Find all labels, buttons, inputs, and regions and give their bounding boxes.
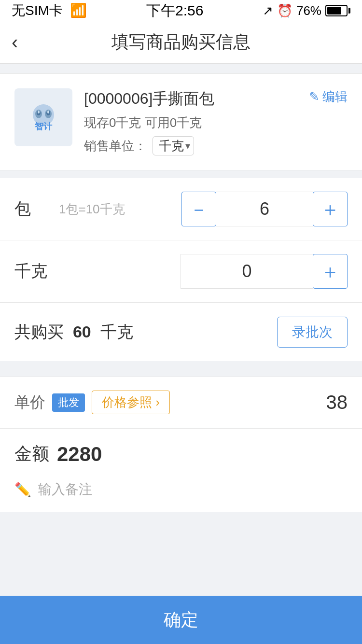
price-label-text: 单价	[14, 392, 45, 413]
amount-section: 金额 2280 ✏️ 输入备注	[0, 429, 362, 512]
total-prefix: 共购买	[14, 322, 64, 341]
bao-increment-button[interactable]: ＋	[313, 192, 348, 226]
price-section: 单价 批发 价格参照 › 38	[0, 377, 362, 429]
total-text: 共购买 60 千克	[14, 321, 133, 343]
status-right: ↗ ⏰ 76%	[263, 3, 350, 18]
product-stock: 现存0千克 可用0千克	[84, 114, 348, 131]
battery-percent: 76%	[296, 3, 321, 18]
kilogram-qty-input[interactable]	[181, 254, 313, 289]
price-badge: 批发	[52, 393, 85, 412]
product-logo-icon: 智计	[27, 100, 60, 134]
price-row: 单价 批发 价格参照 › 38	[14, 391, 348, 428]
product-card: 智计 [0000006]手撕面包 ✎ 编辑 现存0千克 可用0千克 销售单位： …	[0, 73, 362, 170]
total-amount: 60	[73, 322, 91, 341]
amount-row: 金额 2280	[14, 442, 348, 466]
edit-icon: ✎	[309, 89, 320, 104]
product-image: 智计	[14, 88, 72, 146]
kilogram-qty-control: ＋	[181, 254, 348, 289]
edit-button[interactable]: ✎ 编辑	[309, 88, 348, 105]
separator-2	[0, 361, 362, 369]
battery-icon	[325, 5, 350, 16]
product-name: [0000006]手撕面包	[84, 88, 214, 110]
confirm-text: 确定	[164, 608, 198, 632]
note-placeholder: 输入备注	[38, 480, 92, 499]
bao-decrement-button[interactable]: －	[181, 192, 216, 226]
back-button[interactable]: ‹	[12, 31, 18, 53]
nav-bar: ‹ 填写商品购买信息	[0, 21, 362, 64]
unit-label: 销售单位：	[84, 138, 147, 154]
note-icon: ✏️	[14, 482, 31, 498]
kilogram-label: 千克	[14, 260, 53, 282]
status-bar: 无SIM卡 📶 下午2:56 ↗ ⏰ 76%	[0, 0, 362, 21]
price-ref-button[interactable]: 价格参照 ›	[92, 391, 170, 414]
location-icon: ↗	[263, 3, 273, 18]
kilogram-increment-button[interactable]: ＋	[313, 254, 348, 289]
alarm-icon: ⏰	[277, 3, 292, 18]
separator-1	[0, 170, 362, 178]
bao-section: 包 1包=10千克 － ＋ 千克 ＋	[0, 178, 362, 303]
bao-qty-input[interactable]	[216, 192, 313, 226]
price-label: 单价 批发 价格参照 ›	[14, 391, 170, 414]
status-time: 下午2:56	[146, 1, 203, 21]
total-suffix: 千克	[100, 322, 133, 341]
total-row: 共购买 60 千克 录批次	[0, 303, 362, 361]
amount-label: 金额	[14, 442, 49, 466]
unit-select[interactable]: 千克	[153, 136, 194, 155]
note-row[interactable]: ✏️ 输入备注	[14, 476, 348, 499]
bao-qty-control: － ＋	[181, 192, 348, 226]
bao-hint: 1包=10千克	[59, 201, 181, 218]
product-unit: 销售单位： 千克	[84, 136, 348, 155]
amount-value: 2280	[57, 443, 102, 466]
svg-point-5	[38, 111, 40, 113]
carrier-text: 无SIM卡 📶	[12, 1, 87, 20]
kilogram-row: 千克 ＋	[0, 240, 362, 303]
status-left: 无SIM卡 📶	[12, 1, 87, 20]
product-info: [0000006]手撕面包 ✎ 编辑 现存0千克 可用0千克 销售单位： 千克	[84, 88, 348, 155]
unit-selector[interactable]: 千克	[153, 136, 194, 155]
confirm-bar[interactable]: 确定	[0, 596, 362, 644]
batch-button[interactable]: 录批次	[277, 317, 348, 348]
edit-label: 编辑	[322, 88, 348, 105]
bao-row: 包 1包=10千克 － ＋	[0, 178, 362, 240]
bao-label: 包	[14, 198, 53, 220]
svg-text:智计: 智计	[34, 122, 53, 131]
price-value: 38	[326, 392, 348, 413]
svg-point-6	[47, 111, 49, 113]
page-title: 填写商品购买信息	[111, 30, 251, 54]
